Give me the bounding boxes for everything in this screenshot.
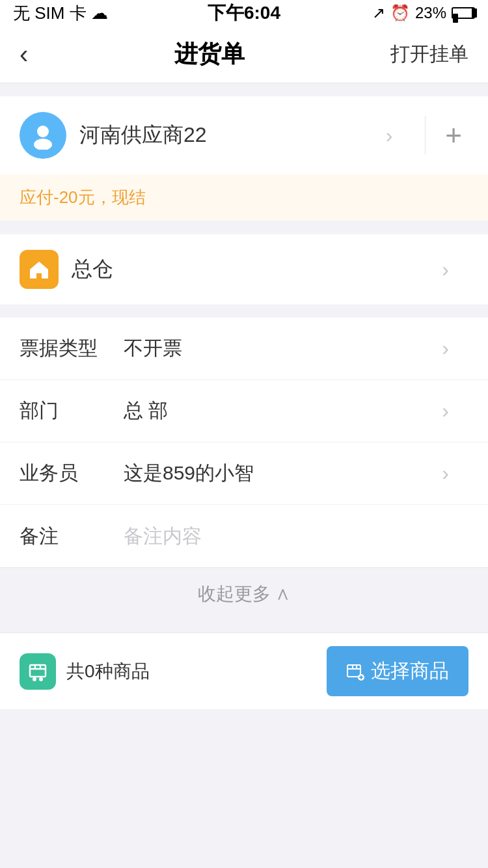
supplier-avatar	[20, 112, 66, 159]
battery-text: 23%	[415, 4, 446, 22]
supplier-row[interactable]: 河南供应商22 › +	[0, 96, 488, 174]
remark-input[interactable]: 备注内容	[111, 523, 468, 550]
nav-bar: ‹ 进货单 打开挂单	[0, 26, 488, 83]
page-title: 进货单	[174, 38, 245, 70]
salesperson-label: 业务员	[20, 460, 111, 487]
svg-rect-2	[30, 665, 46, 677]
select-product-label: 选择商品	[371, 658, 449, 685]
collapse-bar[interactable]: 收起更多 ∧	[0, 567, 488, 619]
section-gap-2	[0, 221, 488, 234]
invoice-type-value: 不开票	[111, 335, 442, 362]
svg-point-3	[33, 677, 36, 681]
salesperson-chevron-icon: ›	[442, 461, 449, 485]
open-pending-button[interactable]: 打开挂单	[390, 41, 468, 68]
department-value: 总 部	[111, 398, 442, 424]
svg-rect-5	[347, 665, 360, 677]
invoice-type-row[interactable]: 票据类型 不开票 ›	[0, 318, 488, 380]
form-section: 票据类型 不开票 › 部门 总 部 › 业务员 这是859的小智 › 备注 备注…	[0, 318, 488, 567]
supplier-card: 河南供应商22 › + 应付-20元，现结	[0, 96, 488, 221]
warehouse-card: 总仓 ›	[0, 234, 488, 305]
remark-row[interactable]: 备注 备注内容	[0, 505, 488, 567]
product-info: 共0种商品	[20, 653, 150, 690]
invoice-type-label: 票据类型	[20, 335, 111, 362]
select-product-button[interactable]: 选择商品	[327, 646, 468, 696]
salesperson-value: 这是859的小智	[111, 460, 442, 487]
section-gap-3	[0, 619, 488, 632]
product-count: 共0种商品	[66, 659, 150, 684]
status-bar-right: ↗ ⏰ 23%	[372, 4, 475, 22]
department-row[interactable]: 部门 总 部 ›	[0, 380, 488, 442]
product-icon	[20, 653, 56, 690]
bottom-bar: 共0种商品 选择商品	[0, 632, 488, 709]
section-gap-1	[0, 83, 488, 96]
status-bar: 无 SIM 卡 ☁ 下午6:04 ↗ ⏰ 23%	[0, 0, 488, 26]
supplier-chevron-icon: ›	[386, 124, 393, 148]
svg-point-0	[37, 126, 49, 137]
svg-point-4	[39, 677, 43, 681]
supplier-name: 河南供应商22	[79, 121, 386, 150]
select-product-icon	[346, 662, 364, 681]
status-bar-time: 下午6:04	[208, 1, 280, 25]
page-background	[0, 709, 488, 868]
notice-bar: 应付-20元，现结	[0, 174, 488, 221]
salesperson-row[interactable]: 业务员 这是859的小智 ›	[0, 442, 488, 505]
home-icon	[27, 258, 51, 281]
signal-text: 无 SIM 卡 ☁	[13, 2, 108, 25]
svg-point-1	[34, 139, 52, 150]
warehouse-chevron-icon: ›	[442, 258, 449, 282]
warehouse-row[interactable]: 总仓 ›	[0, 234, 488, 305]
department-label: 部门	[20, 398, 111, 424]
alarm-icon: ⏰	[390, 4, 410, 22]
user-icon	[29, 121, 57, 150]
divider	[425, 116, 426, 155]
remark-label: 备注	[20, 523, 111, 550]
battery-icon	[452, 7, 475, 19]
location-icon: ↗	[372, 4, 385, 22]
warehouse-name: 总仓	[72, 255, 442, 284]
invoice-type-chevron-icon: ›	[442, 336, 449, 360]
add-supplier-button[interactable]: +	[439, 119, 468, 152]
cart-icon	[26, 660, 49, 683]
department-chevron-icon: ›	[442, 399, 449, 423]
status-bar-left: 无 SIM 卡 ☁	[13, 2, 108, 25]
warehouse-icon	[20, 250, 59, 289]
back-button[interactable]: ‹	[20, 40, 28, 69]
